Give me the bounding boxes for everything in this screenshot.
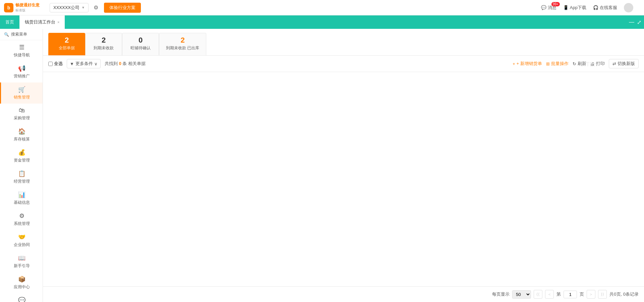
basic-info-icon: 📊 xyxy=(18,191,25,198)
stat-tab-all[interactable]: 2 全部单据 xyxy=(48,33,85,55)
tab-minimize-button[interactable]: — xyxy=(629,19,634,25)
refresh-icon: ↻ xyxy=(573,61,576,66)
sidebar-item-wechat[interactable]: 💬 企业微信 xyxy=(0,293,43,302)
print-button[interactable]: 🖨 打印 xyxy=(590,61,605,67)
found-count: 0 xyxy=(119,61,121,66)
plus-icon: + xyxy=(513,61,515,66)
filter-icon: ▼ xyxy=(70,61,74,66)
top-header: b 畅捷通好生意 标准版 XXXXXX公司 ▼ ⚙ 体验行业方案 💬 消息 99… xyxy=(0,0,644,15)
pagination: 每页显示 50 20 100 ⟨⟨ ＜ 第 页 ＞ ⟩⟩ 共0页, 0条记录 xyxy=(43,286,644,302)
select-all-checkbox[interactable]: 全选 xyxy=(48,61,63,67)
tab-home[interactable]: 首页 xyxy=(0,15,19,29)
stat-tab-overdue[interactable]: 2 到期未收款 xyxy=(85,33,122,55)
tab-expand-button[interactable]: ⤢ xyxy=(637,19,641,25)
company-dropdown-arrow: ▼ xyxy=(82,6,85,9)
switch-version-button[interactable]: ⇄ 切换新版 xyxy=(609,59,639,68)
sidebar-item-system[interactable]: ⚙ 系统管理 xyxy=(0,209,43,230)
sidebar-item-sales[interactable]: 🛒 销售管理 xyxy=(0,82,43,104)
page-number-input[interactable] xyxy=(564,291,577,298)
total-records: 共0页, 0条记录 xyxy=(609,291,639,297)
marketing-icon: 📢 xyxy=(18,65,25,72)
first-page-button[interactable]: ⟨⟨ xyxy=(534,290,542,299)
message-badge: 99+ xyxy=(551,2,560,6)
refresh-button[interactable]: ↻ 刷新 xyxy=(573,61,586,67)
purchase-icon: 🛍 xyxy=(19,107,25,114)
stats-tabs: 2 全部单据 2 到期未收款 0 旺辅待确认 2 到期未收款 已出库 xyxy=(43,29,644,56)
stat-tab-shipped[interactable]: 2 到期未收款 已出库 xyxy=(159,33,206,55)
sidebar-item-operations[interactable]: 📋 经营管理 xyxy=(0,167,43,188)
service-icon: 🎧 xyxy=(593,5,598,10)
sidebar-item-marketing[interactable]: 📢 营销推广 xyxy=(0,61,43,82)
toolbar-right: + + 新增销货单 ⊞ 批量操作 ↻ 刷新 🖨 打印 ⇄ 切换新版 xyxy=(513,59,639,68)
switch-icon: ⇄ xyxy=(612,61,616,66)
logo-area: b 畅捷通好生意 标准版 xyxy=(4,2,47,13)
print-icon: 🖨 xyxy=(590,61,595,66)
collaboration-icon: 🤝 xyxy=(18,233,25,241)
online-service-button[interactable]: 🎧 在线客服 xyxy=(593,5,617,11)
app-center-icon: 📦 xyxy=(18,276,25,283)
filter-button[interactable]: ▼ 更多条件 ∨ xyxy=(67,59,101,68)
trial-button[interactable]: 体验行业方案 xyxy=(104,3,141,13)
tab-right-actions: — ⤢ xyxy=(629,19,644,25)
content-area: 2 全部单据 2 到期未收款 0 旺辅待确认 2 到期未收款 已出库 全选 xyxy=(43,29,644,302)
download-icon: 📱 xyxy=(563,5,569,10)
batch-icon: ⊞ xyxy=(546,61,550,66)
toolbar: 全选 ▼ 更多条件 ∨ 共找到 0 条 相关单据 + + 新增销货单 ⊞ 批量操 xyxy=(43,56,644,72)
finance-icon: 💰 xyxy=(18,149,25,156)
sidebar-search[interactable]: 🔍 搜索菜单 xyxy=(0,29,43,40)
company-selector[interactable]: XXXXXX公司 ▼ xyxy=(50,3,89,12)
main-layout: 🔍 搜索菜单 ☰ 快捷导航 📢 营销推广 🛒 销售管理 🛍 采购管理 🏠 库存核… xyxy=(0,29,644,302)
logo-icon: b xyxy=(4,3,13,12)
next-page-button[interactable]: ＞ xyxy=(587,290,595,299)
sidebar-item-app-center[interactable]: 📦 应用中心 xyxy=(0,272,43,293)
sidebar: 🔍 搜索菜单 ☰ 快捷导航 📢 营销推广 🛒 销售管理 🛍 采购管理 🏠 库存核… xyxy=(0,29,43,302)
filter-dropdown-icon: ∨ xyxy=(94,61,98,66)
header-right: 💬 消息 99+ 📱 App下载 🎧 在线客服 xyxy=(541,3,640,12)
search-icon: 🔍 xyxy=(4,32,9,37)
inventory-icon: 🏠 xyxy=(18,128,25,135)
sidebar-item-finance[interactable]: 💰 资金管理 xyxy=(0,145,43,167)
stat-tab-pending[interactable]: 0 旺辅待确认 xyxy=(122,33,159,55)
found-text: 共找到 0 条 相关单据 xyxy=(105,61,146,67)
last-page-button[interactable]: ⟩⟩ xyxy=(598,290,607,299)
avatar[interactable] xyxy=(624,3,633,12)
sales-icon: 🛒 xyxy=(18,86,25,93)
prev-page-button[interactable]: ＜ xyxy=(545,290,554,299)
sidebar-item-guide[interactable]: 📖 新手引导 xyxy=(0,251,43,272)
guide-icon: 📖 xyxy=(18,254,25,262)
page-size-select[interactable]: 50 20 100 xyxy=(512,290,531,299)
sidebar-item-inventory[interactable]: 🏠 库存核算 xyxy=(0,124,43,145)
sidebar-item-quick-nav[interactable]: ☰ 快捷导航 xyxy=(0,40,43,61)
message-icon: 💬 xyxy=(541,5,546,10)
new-sale-button[interactable]: + + 新增销货单 xyxy=(513,61,542,67)
batch-operation-button[interactable]: ⊞ 批量操作 xyxy=(546,61,569,67)
table-area xyxy=(43,72,644,286)
sidebar-item-basic-info[interactable]: 📊 基础信息 xyxy=(0,188,43,209)
settings-button[interactable]: ⚙ xyxy=(91,3,101,12)
operations-icon: 📋 xyxy=(18,170,25,177)
sidebar-item-collaboration[interactable]: 🤝 企业协同 xyxy=(0,230,43,251)
app-download-button[interactable]: 📱 App下载 xyxy=(563,5,586,11)
message-button[interactable]: 💬 消息 99+ xyxy=(541,5,556,11)
logo-text: 畅捷通好生意 标准版 xyxy=(15,2,40,13)
wechat-icon: 💬 xyxy=(18,297,25,302)
system-icon: ⚙ xyxy=(19,212,24,220)
tab-bar: 首页 钱货日清工作台 × — ⤢ xyxy=(0,15,644,29)
sidebar-item-purchase[interactable]: 🛍 采购管理 xyxy=(0,104,43,124)
select-all-input[interactable] xyxy=(48,62,53,66)
tab-close-icon[interactable]: × xyxy=(57,20,59,24)
tab-active[interactable]: 钱货日清工作台 × xyxy=(19,15,65,29)
quick-nav-icon: ☰ xyxy=(19,44,24,51)
